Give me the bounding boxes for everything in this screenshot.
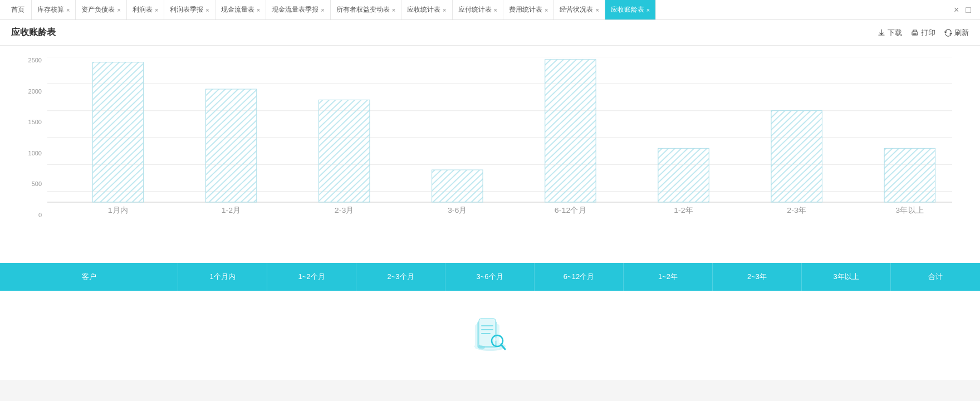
svg-text:6-12个月: 6-12个月 [555,206,586,215]
tab-receivable-stats[interactable]: 应收统计表 × [401,0,452,20]
th-6-12months: 6~12个月 [535,263,624,291]
y-label-0: 0 [22,212,45,218]
tab-close-payable-stats[interactable]: × [494,7,497,13]
th-2-3years: 2~3年 [713,263,802,291]
svg-text:2-3月: 2-3月 [335,206,354,215]
refresh-icon [944,29,952,37]
empty-state-icon [465,310,515,360]
y-axis: 0 500 1000 1500 2000 2500 [22,57,45,218]
print-button[interactable]: 打印 [911,28,935,38]
table-header: 客户 1个月内 1~2个月 2~3个月 3~6个月 6~12个月 1~2年 2~… [0,263,980,291]
svg-rect-1 [913,33,917,35]
svg-text:1-2年: 1-2年 [674,206,693,215]
svg-rect-13 [432,170,483,202]
svg-rect-11 [205,89,256,202]
tab-close-cashflow[interactable]: × [257,7,260,13]
tab-close-profit[interactable]: × [155,7,158,13]
y-label-500: 500 [22,180,45,187]
svg-rect-16 [771,111,822,202]
tab-operations[interactable]: 经营状况表 × [554,0,605,20]
minimize-button[interactable]: × [954,5,959,15]
chart-area: 1月内 1-2月 2-3月 3-6月 6-12个月 1-2年 2-3年 3年以上… [0,46,980,263]
tab-balance-sheet[interactable]: 资产负债表 × [76,0,126,20]
tab-expense-stats[interactable]: 费用统计表 × [503,0,554,20]
svg-text:1月内: 1月内 [108,206,129,215]
tab-close-aging[interactable]: × [646,7,650,13]
header-actions: 下载 打印 刷新 [878,28,969,38]
download-icon [878,29,885,37]
tab-profit-quarterly[interactable]: 利润表季报 × [164,0,215,20]
tab-bar: 首页 库存核算 × 资产负债表 × 利润表 × 利润表季报 × 现金流量表 × … [0,0,980,20]
th-2-3months: 2~3个月 [356,263,445,291]
th-1-2years: 1~2年 [624,263,713,291]
chart-container: 1月内 1-2月 2-3月 3-6月 6-12个月 1-2年 2-3年 3年以上… [22,57,958,235]
refresh-button[interactable]: 刷新 [944,28,969,38]
svg-rect-12 [319,100,370,202]
th-total: 合计 [891,263,980,291]
tab-inventory[interactable]: 库存核算 × [32,0,76,20]
svg-rect-15 [658,148,709,202]
th-1month: 1个月内 [178,263,267,291]
y-label-1000: 1000 [22,150,45,157]
page-title: 应收账龄表 [11,27,56,38]
th-3-6months: 3~6个月 [445,263,535,291]
svg-text:3-6月: 3-6月 [448,206,467,215]
tab-close-balance-sheet[interactable]: × [117,7,120,13]
th-3plus-years: 3年以上 [802,263,891,291]
tab-close-cashflow-quarterly[interactable]: × [321,7,324,13]
window-controls: × □ [949,5,976,15]
tab-close-receivable-stats[interactable]: × [443,7,446,13]
chart-svg: 1月内 1-2月 2-3月 3-6月 6-12个月 1-2年 2-3年 3年以上 [47,57,952,218]
tab-equity[interactable]: 所有者权益变动表 × [331,0,401,20]
page-header: 应收账龄表 下载 打印 刷新 [0,20,980,46]
tab-close-expense-stats[interactable]: × [545,7,548,13]
maximize-button[interactable]: □ [966,5,971,15]
svg-text:1-2月: 1-2月 [222,206,241,215]
th-1-2months: 1~2个月 [267,263,356,291]
svg-rect-17 [884,148,935,202]
svg-text:3年以上: 3年以上 [895,206,924,215]
empty-state [0,291,980,380]
y-label-2000: 2000 [22,88,45,95]
svg-rect-10 [92,62,143,202]
tab-aging[interactable]: 应收账龄表 × [605,0,656,20]
tab-close-profit-quarterly[interactable]: × [205,7,209,13]
tab-cashflow-quarterly[interactable]: 现金流量表季报 × [266,0,330,20]
svg-rect-14 [545,60,596,202]
svg-point-35 [494,338,497,341]
tab-cashflow[interactable]: 现金流量表 × [215,0,266,20]
th-customer: 客户 [0,263,178,291]
download-button[interactable]: 下载 [878,28,902,38]
print-icon [911,29,919,37]
tab-close-equity[interactable]: × [392,7,395,13]
tab-close-inventory[interactable]: × [66,7,70,13]
tab-payable-stats[interactable]: 应付统计表 × [453,0,503,20]
tab-home[interactable]: 首页 [4,0,32,20]
tab-close-operations[interactable]: × [595,7,599,13]
y-label-2500: 2500 [22,57,45,63]
tab-profit[interactable]: 利润表 × [127,0,164,20]
svg-rect-29 [479,319,496,346]
y-label-1500: 1500 [22,119,45,125]
svg-text:2-3年: 2-3年 [787,206,806,215]
